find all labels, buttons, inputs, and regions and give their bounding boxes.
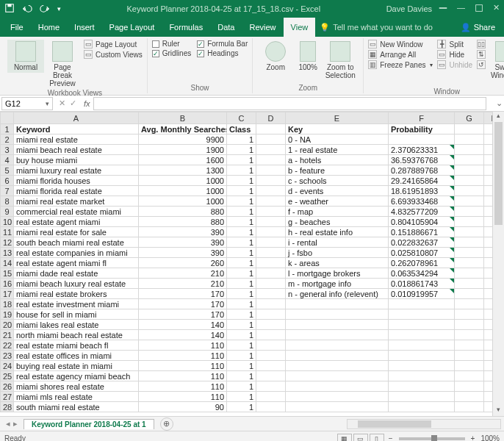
cell[interactable] bbox=[484, 392, 493, 402]
page-layout-button[interactable]: ▭Page Layout bbox=[84, 40, 143, 49]
switch-windows-button[interactable]: Switch Windows▾ bbox=[486, 40, 504, 87]
cell[interactable]: 1000 bbox=[139, 196, 227, 207]
cell[interactable] bbox=[389, 371, 455, 381]
cell[interactable] bbox=[455, 392, 484, 402]
cell[interactable]: 1900 bbox=[139, 145, 227, 155]
cell[interactable] bbox=[256, 124, 286, 135]
column-header-G[interactable]: G bbox=[455, 112, 484, 124]
cell[interactable] bbox=[484, 279, 493, 289]
cell[interactable]: m - mortgage info bbox=[286, 279, 389, 289]
row-header[interactable]: 13 bbox=[1, 248, 14, 258]
cell[interactable] bbox=[286, 371, 389, 381]
cell[interactable] bbox=[389, 340, 455, 351]
cell[interactable]: c - schools bbox=[286, 176, 389, 186]
cell[interactable]: 1 bbox=[227, 330, 256, 340]
view-side-by-side-button[interactable]: ▯▯ bbox=[477, 40, 486, 49]
enter-formula-icon[interactable]: ✓ bbox=[70, 98, 76, 108]
cell[interactable] bbox=[256, 371, 286, 381]
row-header[interactable]: 20 bbox=[1, 320, 14, 330]
cell[interactable]: 0.063534294 bbox=[389, 268, 455, 279]
view-normal-icon[interactable]: ▦ bbox=[337, 434, 352, 442]
cell[interactable]: 170 bbox=[139, 309, 227, 320]
row-header[interactable]: 15 bbox=[1, 268, 14, 279]
zoom-100-button[interactable]: 100% bbox=[294, 40, 322, 73]
cell[interactable] bbox=[286, 320, 389, 330]
cell[interactable]: miami real estate for sale bbox=[14, 227, 139, 237]
cell[interactable] bbox=[484, 145, 493, 155]
chevron-down-icon[interactable]: ▾ bbox=[46, 100, 49, 107]
cell[interactable] bbox=[484, 268, 493, 279]
cell[interactable] bbox=[286, 402, 389, 412]
cell[interactable] bbox=[484, 207, 493, 217]
close-icon[interactable]: ✕ bbox=[493, 3, 500, 15]
cell[interactable]: 1000 bbox=[139, 186, 227, 196]
cell[interactable]: 1 bbox=[227, 248, 256, 258]
zoom-button[interactable]: Zoom bbox=[257, 40, 294, 73]
cell[interactable]: 390 bbox=[139, 248, 227, 258]
cell[interactable] bbox=[455, 207, 484, 217]
cell[interactable]: real estate companies in miami bbox=[14, 248, 139, 258]
cell[interactable] bbox=[256, 237, 286, 248]
cell[interactable] bbox=[484, 381, 493, 392]
freeze-panes-button[interactable]: ▥Freeze Panes▾ bbox=[368, 60, 433, 69]
cell[interactable] bbox=[286, 309, 389, 320]
horizontal-scrollbar[interactable] bbox=[347, 419, 501, 429]
cell[interactable]: 1 bbox=[227, 351, 256, 361]
cell[interactable]: miami beach luxury real estate bbox=[14, 279, 139, 289]
row-header[interactable]: 24 bbox=[1, 361, 14, 371]
cell[interactable]: 18.61951893 bbox=[389, 186, 455, 196]
cell[interactable]: 110 bbox=[139, 361, 227, 371]
menu-tab-insert[interactable]: Insert bbox=[67, 18, 102, 37]
cell[interactable] bbox=[256, 320, 286, 330]
cell[interactable]: g - beaches bbox=[286, 217, 389, 227]
cell[interactable]: 0 - NA bbox=[286, 135, 389, 145]
cell[interactable]: e - weather bbox=[286, 196, 389, 207]
cell[interactable] bbox=[484, 371, 493, 381]
cell[interactable]: 1 bbox=[227, 176, 256, 186]
tab-nav-next-icon[interactable]: ▸ bbox=[13, 419, 18, 429]
cell[interactable]: real estate agent miami bbox=[14, 217, 139, 227]
cell[interactable] bbox=[256, 351, 286, 361]
cell[interactable]: 9900 bbox=[139, 135, 227, 145]
cell[interactable] bbox=[455, 237, 484, 248]
cell[interactable] bbox=[256, 258, 286, 268]
cell[interactable]: f - map bbox=[286, 207, 389, 217]
cell[interactable]: d - events bbox=[286, 186, 389, 196]
view-page-layout-icon[interactable]: ▭ bbox=[353, 434, 368, 442]
cell[interactable]: 0.022832637 bbox=[389, 237, 455, 248]
column-header-B[interactable]: B bbox=[139, 112, 227, 124]
cell[interactable]: 1 bbox=[227, 402, 256, 412]
cell[interactable]: 1 bbox=[227, 320, 256, 330]
cell[interactable]: real estate offices in miami bbox=[14, 351, 139, 361]
menu-tab-data[interactable]: Data bbox=[210, 18, 242, 37]
cell[interactable]: 1 bbox=[227, 227, 256, 237]
cell[interactable]: 0.018861743 bbox=[389, 279, 455, 289]
cell[interactable] bbox=[286, 381, 389, 392]
row-header[interactable]: 28 bbox=[1, 402, 14, 412]
cell[interactable]: 2.370623331 bbox=[389, 145, 455, 155]
select-all-corner[interactable] bbox=[1, 112, 14, 124]
cell[interactable]: buying real estate in miami bbox=[14, 361, 139, 371]
spreadsheet-grid[interactable]: ABCDEFGH 1KeywordAvg. Monthly Searches (… bbox=[0, 112, 492, 412]
cell[interactable]: 29.24165864 bbox=[389, 176, 455, 186]
cell[interactable]: 1 bbox=[227, 279, 256, 289]
scrollbar-thumb[interactable] bbox=[358, 420, 431, 428]
cell[interactable]: 1 - real estate bbox=[286, 145, 389, 155]
row-header[interactable]: 23 bbox=[1, 351, 14, 361]
unhide-button[interactable]: ▭Unhide bbox=[437, 60, 472, 69]
cell[interactable]: 1 bbox=[227, 237, 256, 248]
cell[interactable]: 6.693933468 bbox=[389, 196, 455, 207]
column-header-F[interactable]: F bbox=[389, 112, 455, 124]
arrange-all-button[interactable]: ▦Arrange All bbox=[368, 50, 433, 59]
menu-tab-page-layout[interactable]: Page Layout bbox=[102, 18, 162, 37]
cell[interactable] bbox=[256, 217, 286, 227]
cell[interactable] bbox=[455, 351, 484, 361]
row-header[interactable]: 26 bbox=[1, 381, 14, 392]
cell[interactable] bbox=[286, 340, 389, 351]
cell[interactable] bbox=[484, 258, 493, 268]
cell[interactable] bbox=[455, 320, 484, 330]
cell[interactable]: 1 bbox=[227, 381, 256, 392]
cell[interactable] bbox=[256, 309, 286, 320]
cell[interactable] bbox=[256, 196, 286, 207]
cell[interactable]: b - feature bbox=[286, 165, 389, 176]
